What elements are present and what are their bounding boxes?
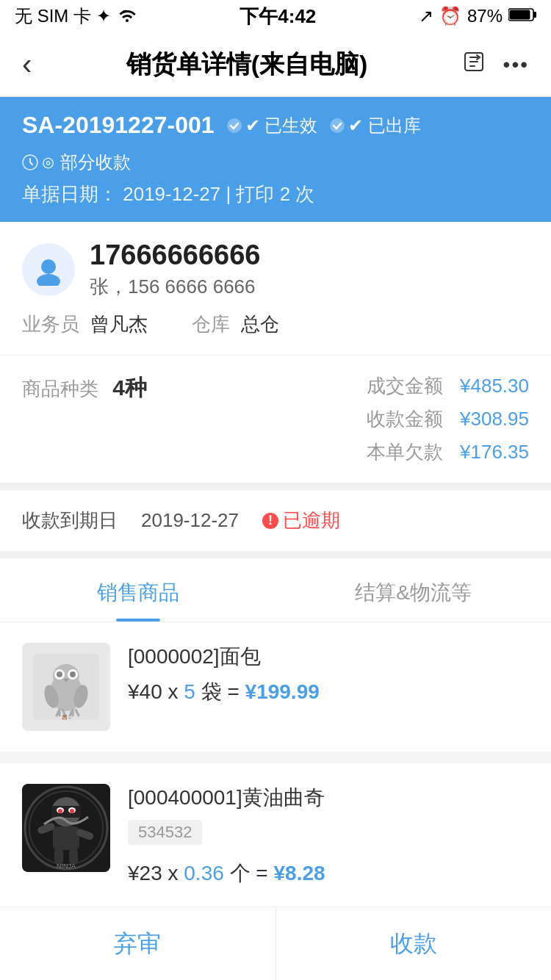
due-label: 收款到期日	[22, 508, 118, 533]
overdue-dot-icon: !	[262, 513, 278, 529]
bottom-bar: 弃审 收款	[0, 907, 551, 980]
customer-section: 17666666666 张，156 6666 6666 业务员 曾凡杰 仓库 总…	[0, 222, 551, 356]
salesman-info: 业务员 曾凡杰	[22, 311, 148, 337]
due-date: 2019-12-27	[141, 509, 239, 532]
svg-point-4	[227, 118, 242, 133]
tab-settlement[interactable]: 结算&物流等	[276, 558, 551, 621]
product-info-1: [0000002]面包 ¥40 x 5 袋 = ¥199.99	[128, 643, 529, 706]
order-banner: SA-20191227-001 ✔ 已生效 ✔ 已出库 ⊙ 部分收款 单据日期：…	[0, 97, 551, 222]
wifi-icon	[117, 6, 137, 26]
status-left: 无 SIM 卡 ✦	[15, 4, 137, 28]
due-section: 收款到期日 2019-12-27 ! 已逾期	[0, 490, 551, 558]
page-title: 销货单详情(来自电脑)	[126, 48, 368, 82]
battery-label: 87%	[467, 6, 503, 26]
product-type: 商品种类 4种	[22, 373, 147, 403]
status-bar: 无 SIM 卡 ✦ 下午4:42 ↗ ⏰ 87%	[0, 0, 551, 32]
warehouse-info: 仓库 总仓	[192, 311, 279, 337]
product-info-2: [000400001]黄油曲奇 534532 ¥23 x 0.36 个 = ¥8…	[128, 784, 529, 887]
product-price-1: ¥40 x 5 袋 = ¥199.99	[128, 678, 529, 706]
back-button[interactable]: ‹	[22, 48, 32, 81]
svg-point-24	[58, 809, 62, 813]
deal-amount: 成交金额 ¥485.30	[367, 373, 529, 399]
cancel-review-button[interactable]: 弃审	[0, 907, 276, 980]
nav-left: ‹	[22, 48, 32, 81]
product-name-2: [000400001]黄油曲奇	[128, 784, 529, 812]
status-partial: ⊙ 部分收款	[22, 151, 131, 174]
battery-icon	[508, 6, 536, 26]
nav-right: •••	[462, 50, 529, 79]
share-icon[interactable]	[462, 50, 486, 79]
summary-section: 商品种类 4种 成交金额 ¥485.30 收款金额 ¥308.95 本单欠款 ¥…	[0, 356, 551, 490]
svg-point-5	[330, 118, 345, 133]
tabs: 销售商品 结算&物流等	[0, 558, 551, 622]
overdue-badge: ! 已逾期	[262, 508, 340, 533]
received-amount: 收款金额 ¥308.95	[367, 406, 529, 432]
order-id: SA-20191227-001	[22, 112, 215, 139]
nav-bar: ‹ 销货单详情(来自电脑) •••	[0, 32, 551, 97]
svg-point-25	[70, 809, 74, 813]
product-sku: 534532	[128, 820, 202, 845]
svg-point-14	[57, 671, 62, 677]
svg-rect-26	[53, 826, 79, 850]
product-price-2: ¥23 x 0.36 个 = ¥8.28	[128, 860, 529, 887]
status-right: ↗ ⏰ 87%	[419, 6, 536, 26]
product-thumbnail-2: NINJA	[22, 784, 110, 872]
location-icon: ↗	[419, 6, 433, 26]
list-item: NINJA [000400001]黄油曲奇 534532 ¥23 x 0.36 …	[0, 763, 551, 908]
alarm-icon: ⏰	[439, 6, 461, 26]
product-thumbnail-1: 🦉+	[22, 643, 110, 731]
svg-point-15	[70, 671, 76, 677]
order-date: 单据日期： 2019-12-27 | 打印 2 次	[22, 181, 529, 207]
receive-payment-button[interactable]: 收款	[276, 907, 552, 980]
list-item: 🦉+ [0000002]面包 ¥40 x 5 袋 = ¥199.99	[0, 622, 551, 752]
sim-label: 无 SIM 卡 ✦	[15, 4, 111, 28]
svg-rect-21	[51, 806, 81, 818]
customer-name: 张，156 6666 6666	[90, 274, 260, 300]
svg-rect-2	[509, 10, 530, 20]
svg-point-8	[37, 274, 60, 286]
svg-rect-1	[533, 12, 536, 18]
avatar	[22, 243, 75, 296]
svg-text:🦉+: 🦉+	[61, 714, 72, 720]
svg-point-7	[41, 259, 56, 274]
status-shipped: ✔ 已出库	[329, 114, 421, 137]
more-icon[interactable]: •••	[503, 53, 529, 76]
status-time: 下午4:42	[240, 4, 316, 29]
product-name-1: [0000002]面包	[128, 643, 529, 671]
svg-text:NINJA: NINJA	[57, 862, 76, 870]
status-effected: ✔ 已生效	[226, 114, 318, 137]
customer-phone: 17666666666	[90, 239, 260, 271]
owed-amount: 本单欠款 ¥176.35	[367, 439, 529, 465]
tab-products[interactable]: 销售商品	[0, 558, 276, 621]
